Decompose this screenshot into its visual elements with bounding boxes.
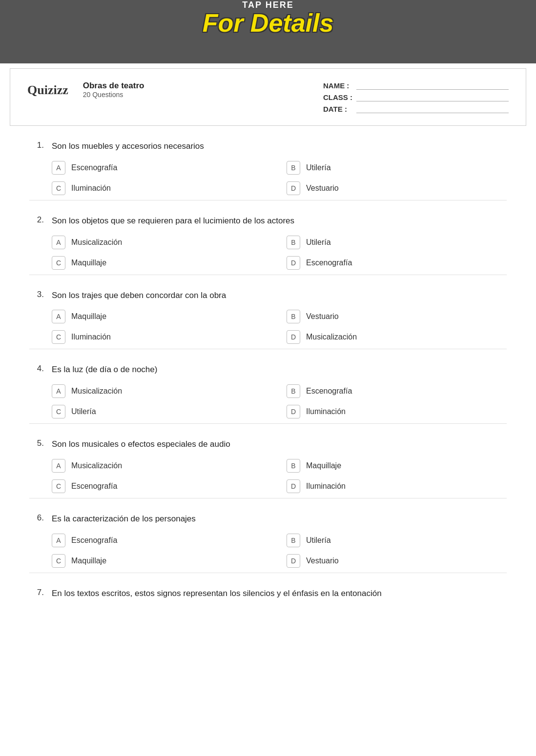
answer-text-6-d: Vestuario bbox=[306, 557, 339, 565]
answer-option-2-a[interactable]: AMusicalización bbox=[52, 236, 272, 249]
quiz-subtitle: 20 Questions bbox=[83, 91, 144, 99]
answer-option-2-c[interactable]: CMaquillaje bbox=[52, 256, 272, 270]
quiz-title: Obras de teatro bbox=[83, 81, 144, 91]
answer-text-3-b: Vestuario bbox=[306, 312, 339, 321]
name-line[interactable] bbox=[356, 81, 509, 90]
answer-letter-box-c: C bbox=[52, 256, 65, 270]
answer-letter-box-b: B bbox=[287, 459, 300, 473]
answer-option-2-b[interactable]: BUtilería bbox=[287, 236, 507, 249]
answer-option-1-d[interactable]: DVestuario bbox=[287, 181, 507, 195]
answer-text-4-d: Iluminación bbox=[306, 407, 346, 416]
answer-option-5-c[interactable]: CEscenografía bbox=[52, 479, 272, 493]
question-block-4: 4.Es la luz (de día o de noche)AMusicali… bbox=[29, 364, 507, 424]
answer-option-1-a[interactable]: AEscenografía bbox=[52, 161, 272, 175]
answer-text-5-a: Musicalización bbox=[71, 461, 122, 470]
question-text-5: Son los musicales o efectos especiales d… bbox=[52, 438, 230, 450]
date-label: DATE : bbox=[323, 105, 352, 113]
question-block-3: 3.Son los trajes que deben concordar con… bbox=[29, 290, 507, 350]
answer-text-5-d: Iluminación bbox=[306, 482, 346, 491]
answer-option-1-b[interactable]: BUtilería bbox=[287, 161, 507, 175]
answer-letter-box-c: C bbox=[52, 181, 65, 195]
answer-letter-box-d: D bbox=[287, 181, 300, 195]
question-number-2: 2. bbox=[29, 215, 44, 225]
question-block-1: 1.Son los muebles y accesorios necesario… bbox=[29, 140, 507, 200]
quiz-title-section: Obras de teatro 20 Questions bbox=[83, 81, 144, 99]
answer-option-3-a[interactable]: AMaquillaje bbox=[52, 310, 272, 323]
answer-letter-box-d: D bbox=[287, 554, 300, 568]
answer-letter-box-c: C bbox=[52, 479, 65, 493]
answer-text-6-c: Maquillaje bbox=[71, 557, 106, 565]
question-text-4: Es la luz (de día o de noche) bbox=[52, 364, 157, 376]
answer-letter-box-b: B bbox=[287, 310, 300, 323]
question-text-6: Es la caracterización de los personajes bbox=[52, 513, 196, 525]
answer-letter-box-b: B bbox=[287, 384, 300, 398]
answer-letter-box-d: D bbox=[287, 405, 300, 418]
for-details-label: For Details bbox=[203, 10, 334, 36]
answer-text-2-c: Maquillaje bbox=[71, 259, 106, 267]
answer-option-5-a[interactable]: AMusicalización bbox=[52, 459, 272, 473]
answer-option-6-d[interactable]: DVestuario bbox=[287, 554, 507, 568]
question-divider-4 bbox=[29, 423, 507, 424]
answers-grid-2: AMusicalizaciónBUtileríaCMaquillajeDEsce… bbox=[52, 236, 507, 270]
question-number-5: 5. bbox=[29, 438, 44, 448]
question-header-4: 4.Es la luz (de día o de noche) bbox=[29, 364, 507, 376]
answer-option-6-c[interactable]: CMaquillaje bbox=[52, 554, 272, 568]
question-number-6: 6. bbox=[29, 513, 44, 523]
page: TAP HERE For Details Quizizz Obras de te… bbox=[0, 0, 536, 756]
answer-letter-box-b: B bbox=[287, 534, 300, 547]
answer-letter-box-a: A bbox=[52, 384, 65, 398]
answer-text-1-c: Iluminación bbox=[71, 184, 111, 193]
question-block-2: 2.Son los objetos que se requieren para … bbox=[29, 215, 507, 275]
tap-here-banner[interactable]: TAP HERE For Details bbox=[203, 0, 334, 36]
question-text-2: Son los objetos que se requieren para el… bbox=[52, 215, 294, 227]
question-header-1: 1.Son los muebles y accesorios necesario… bbox=[29, 140, 507, 152]
answer-option-5-b[interactable]: BMaquillaje bbox=[287, 459, 507, 473]
class-field-row: CLASS : bbox=[323, 93, 509, 101]
question-block-7: 7.En los textos escritos, estos signos r… bbox=[29, 588, 507, 599]
question-header-3: 3.Son los trajes que deben concordar con… bbox=[29, 290, 507, 301]
answer-letter-box-c: C bbox=[52, 405, 65, 418]
answer-option-2-d[interactable]: DEscenografía bbox=[287, 256, 507, 270]
answer-option-1-c[interactable]: CIluminación bbox=[52, 181, 272, 195]
answer-option-3-b[interactable]: BVestuario bbox=[287, 310, 507, 323]
answer-option-3-d[interactable]: DMusicalización bbox=[287, 330, 507, 344]
class-line[interactable] bbox=[356, 93, 509, 101]
answer-text-1-d: Vestuario bbox=[306, 184, 339, 193]
questions-area: 1.Son los muebles y accesorios necesario… bbox=[0, 131, 536, 624]
answer-text-1-b: Utilería bbox=[306, 163, 331, 172]
answer-option-6-a[interactable]: AEscenografía bbox=[52, 534, 272, 547]
answers-grid-6: AEscenografíaBUtileríaCMaquillajeDVestua… bbox=[52, 534, 507, 568]
answers-grid-1: AEscenografíaBUtileríaCIluminaciónDVestu… bbox=[52, 161, 507, 195]
name-field-row: NAME : bbox=[323, 81, 509, 90]
date-field-row: DATE : bbox=[323, 104, 509, 113]
answers-grid-4: AMusicalizaciónBEscenografíaCUtileríaDIl… bbox=[52, 384, 507, 418]
question-text-7: En los textos escritos, estos signos rep… bbox=[52, 588, 382, 599]
question-header-5: 5.Son los musicales o efectos especiales… bbox=[29, 438, 507, 450]
answer-text-3-c: Iluminación bbox=[71, 333, 111, 341]
name-class-date-section: NAME : CLASS : DATE : bbox=[323, 81, 509, 113]
answer-letter-box-a: A bbox=[52, 534, 65, 547]
name-label: NAME : bbox=[323, 81, 352, 90]
question-divider-5 bbox=[29, 498, 507, 498]
question-number-4: 4. bbox=[29, 364, 44, 374]
answer-letter-box-a: A bbox=[52, 459, 65, 473]
question-text-1: Son los muebles y accesorios necesarios bbox=[52, 140, 204, 152]
answer-option-4-d[interactable]: DIluminación bbox=[287, 405, 507, 418]
answer-letter-box-b: B bbox=[287, 161, 300, 175]
answer-option-4-c[interactable]: CUtilería bbox=[52, 405, 272, 418]
answer-text-5-c: Escenografía bbox=[71, 482, 117, 491]
date-line[interactable] bbox=[356, 104, 509, 113]
answer-text-2-a: Musicalización bbox=[71, 238, 122, 247]
question-number-7: 7. bbox=[29, 588, 44, 597]
answer-option-6-b[interactable]: BUtilería bbox=[287, 534, 507, 547]
answer-letter-box-d: D bbox=[287, 479, 300, 493]
answer-letter-box-c: C bbox=[52, 330, 65, 344]
answer-option-4-b[interactable]: BEscenografía bbox=[287, 384, 507, 398]
question-divider-6 bbox=[29, 573, 507, 573]
answer-letter-box-a: A bbox=[52, 310, 65, 323]
answer-option-5-d[interactable]: DIluminación bbox=[287, 479, 507, 493]
answer-option-4-a[interactable]: AMusicalización bbox=[52, 384, 272, 398]
answer-option-3-c[interactable]: CIluminación bbox=[52, 330, 272, 344]
answer-text-4-b: Escenografía bbox=[306, 387, 352, 396]
answer-text-3-a: Maquillaje bbox=[71, 312, 106, 321]
